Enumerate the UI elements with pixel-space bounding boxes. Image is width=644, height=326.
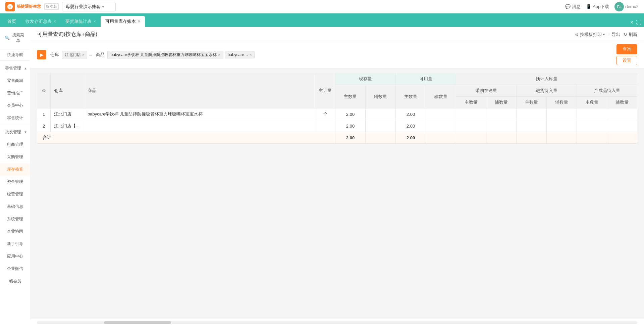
filter-expand-btn[interactable]: ▶ bbox=[37, 50, 46, 59]
tenant-selector[interactable]: 母婴行业演示账套 ▾ bbox=[62, 2, 116, 11]
product-tag-2-close[interactable]: × bbox=[250, 53, 252, 57]
sidebar-item-wholesale[interactable]: 批发管理 ▼ bbox=[0, 126, 30, 138]
sidebar-item-ecommerce[interactable]: 电商管理 bbox=[0, 138, 30, 151]
scroll-thumb[interactable] bbox=[104, 321, 171, 324]
sidebar-item-inventory-label: 库存核算 bbox=[3, 167, 27, 172]
warehouse-tag-value: 江北门店 bbox=[65, 52, 81, 58]
sidebar-item-enterprise-coop[interactable]: 企业协同 bbox=[0, 225, 30, 238]
app-download-btn[interactable]: 📱 App下载 bbox=[586, 4, 609, 10]
row-2-stock-aux bbox=[366, 120, 396, 132]
th-available-main-qty: 主数量 bbox=[396, 85, 426, 108]
tab-receive-summary-label: 收发存汇总表 bbox=[25, 18, 52, 25]
th-stock-main-qty: 主数量 bbox=[335, 85, 366, 108]
sidebar-section: 零售管理 ▲ 零售商城 营销推广 会员中心 零售统计 批发管理 ▼ 电商管理 bbox=[0, 61, 30, 289]
sidebar-search-area: 🔍 搜索菜单 bbox=[0, 27, 30, 49]
sidebar-search-btn[interactable]: 🔍 搜索菜单 bbox=[3, 30, 27, 46]
summary-ip-main bbox=[517, 132, 547, 144]
product-tag-1[interactable]: babycare学饮杯 儿童防摔防撞吸管杯重力球吸嘴杯宝宝水杯 × bbox=[107, 51, 223, 59]
summary-label: 合计 bbox=[37, 132, 335, 144]
tab-receive-summary-close[interactable]: × bbox=[54, 19, 56, 24]
sidebar-item-enterprise-coop-label: 企业协同 bbox=[3, 229, 27, 234]
tab-available-stock[interactable]: 可用量库存账本 × bbox=[101, 16, 145, 27]
export-icon: ↑ bbox=[608, 32, 610, 37]
top-bar-left: 好 畅捷通好生意 标准版 母婴行业演示账套 ▾ bbox=[5, 2, 116, 11]
table-footer bbox=[30, 319, 644, 326]
svg-text:好: 好 bbox=[8, 6, 11, 9]
tabs-close-all-btn[interactable]: × bbox=[630, 19, 633, 26]
th-planned-inbound-group: 预计入库量 bbox=[456, 73, 637, 85]
user-initials: Ea bbox=[617, 5, 622, 9]
sidebar-item-new-guide[interactable]: 新手引导 bbox=[0, 238, 30, 250]
tabs-expand-btn[interactable]: ⛶ bbox=[636, 19, 641, 26]
sidebar-item-wholesale-label: 批发管理 bbox=[3, 129, 23, 135]
row-1-unit: 个 bbox=[315, 108, 335, 120]
sidebar-item-finance-label: 资金管理 bbox=[3, 179, 27, 185]
user-menu[interactable]: Ea demo2 bbox=[614, 2, 639, 11]
tab-available-stock-close[interactable]: × bbox=[138, 19, 140, 24]
sidebar-item-app-center[interactable]: 应用中心 bbox=[0, 250, 30, 263]
sidebar-item-member[interactable]: 会员中心 bbox=[0, 99, 30, 112]
summary-pt-main bbox=[456, 132, 486, 144]
sidebar-item-basic-info[interactable]: 基础信息 bbox=[0, 200, 30, 213]
summary-avail-main: 2.00 bbox=[396, 132, 426, 144]
row-2-pt-main bbox=[456, 120, 486, 132]
sidebar-item-marketing-label: 营销推广 bbox=[3, 90, 27, 96]
sidebar-item-finance[interactable]: 资金管理 bbox=[0, 176, 30, 188]
row-1-index: 1 bbox=[37, 108, 51, 120]
sidebar-item-basic-info-label: 基础信息 bbox=[3, 204, 27, 209]
warehouse-filter-more[interactable]: ... bbox=[89, 52, 92, 57]
th-production-pending-main: 主数量 bbox=[577, 97, 607, 108]
refresh-btn[interactable]: ↻ 刷新 bbox=[624, 32, 637, 38]
top-bar: 好 畅捷通好生意 标准版 母婴行业演示账套 ▾ 💬 消息 📱 App下载 Ea … bbox=[0, 0, 644, 13]
sidebar-item-operations-label: 经营管理 bbox=[3, 191, 27, 197]
th-product: 商品 bbox=[84, 73, 315, 108]
sidebar-item-retail-mgmt[interactable]: 零售管理 ▲ bbox=[0, 62, 30, 75]
product-filter-label: 商品 bbox=[96, 52, 105, 58]
sidebar-item-enterprise-wechat[interactable]: 企业微信 bbox=[0, 263, 30, 275]
product-tag-1-value: babycare学饮杯 儿童防摔防撞吸管杯重力球吸嘴杯宝宝水杯 bbox=[110, 52, 217, 58]
table-area: ⚙ 仓库 商品 主计量 现存量 可用量 预计入库量 主数量 辅数量 主数量 辅数… bbox=[30, 69, 644, 319]
sidebar-item-system[interactable]: 系统管理 bbox=[0, 213, 30, 225]
th-warehouse: 仓库 bbox=[51, 73, 84, 108]
scroll-bar[interactable] bbox=[37, 321, 637, 324]
th-inbound-pending-group: 进货待入量 bbox=[517, 85, 577, 97]
table-row: 1 江北门店 babycare学饮杯 儿童防摔防撞吸管杯重力球吸嘴杯宝宝水杯 个… bbox=[37, 108, 637, 120]
summary-pp-main bbox=[577, 132, 607, 144]
sidebar-item-marketing[interactable]: 营销推广 bbox=[0, 87, 30, 99]
row-1-pp-main bbox=[577, 108, 607, 120]
message-btn[interactable]: 💬 消息 bbox=[565, 4, 581, 10]
sidebar-quick-nav[interactable]: 快捷导航 bbox=[0, 49, 30, 61]
settings-btn[interactable]: 设置 bbox=[616, 56, 637, 65]
template-print-btn[interactable]: 🖨 按模板打印 ▾ bbox=[574, 32, 605, 38]
row-2-pp-aux bbox=[607, 120, 637, 132]
warehouse-filter-label: 仓库 bbox=[50, 52, 59, 58]
sidebar-item-inventory[interactable]: 库存核算 bbox=[0, 163, 30, 176]
tab-order-stats[interactable]: 要货单统计表 × bbox=[61, 16, 101, 27]
th-inbound-pending-aux: 辅数量 bbox=[547, 97, 577, 108]
summary-pt-aux bbox=[486, 132, 517, 144]
th-available-group: 可用量 bbox=[396, 73, 456, 85]
th-purchase-transit-main: 主数量 bbox=[456, 97, 486, 108]
tab-order-stats-close[interactable]: × bbox=[94, 19, 96, 24]
data-table: ⚙ 仓库 商品 主计量 现存量 可用量 预计入库量 主数量 辅数量 主数量 辅数… bbox=[37, 73, 637, 144]
tenant-dropdown-icon: ▾ bbox=[102, 4, 104, 9]
refresh-label: 刷新 bbox=[629, 32, 637, 38]
product-tag-2[interactable]: babycare… × bbox=[225, 51, 255, 58]
row-2-avail-aux bbox=[426, 120, 456, 132]
tab-home[interactable]: 首页 bbox=[3, 16, 21, 27]
warehouse-tag-close[interactable]: × bbox=[82, 53, 84, 57]
sidebar-item-purchase[interactable]: 采购管理 bbox=[0, 151, 30, 163]
tab-home-label: 首页 bbox=[7, 18, 16, 25]
sidebar-item-retail-mall[interactable]: 零售商城 bbox=[0, 75, 30, 87]
query-btn[interactable]: 查询 bbox=[616, 44, 637, 54]
row-1-ip-aux bbox=[547, 108, 577, 120]
tab-receive-summary[interactable]: 收发存汇总表 × bbox=[21, 16, 61, 27]
message-label: 消息 bbox=[572, 4, 581, 10]
sidebar-item-operations[interactable]: 经营管理 bbox=[0, 188, 30, 200]
sidebar-item-member-vip[interactable]: 畅会员 bbox=[0, 275, 30, 287]
sidebar: 🔍 搜索菜单 快捷导航 零售管理 ▲ 零售商城 营销推广 会员中心 零售统计 bbox=[0, 27, 30, 326]
product-tag-1-close[interactable]: × bbox=[218, 53, 220, 57]
export-btn[interactable]: ↑ 导出 bbox=[608, 32, 621, 38]
sidebar-item-retail-stats[interactable]: 零售统计 bbox=[0, 112, 30, 124]
warehouse-tag[interactable]: 江北门店 × bbox=[62, 51, 87, 59]
